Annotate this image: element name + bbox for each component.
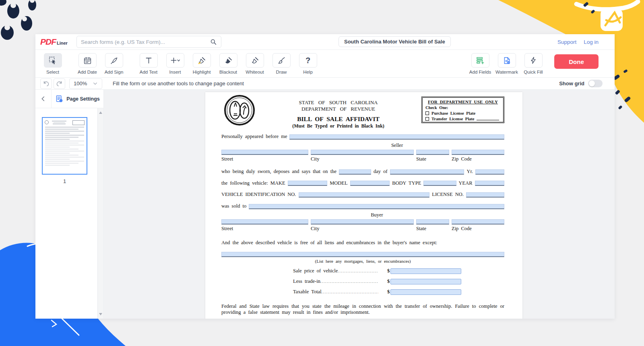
day-field[interactable] <box>339 169 371 175</box>
whiteout-button[interactable]: Whiteout <box>244 53 266 74</box>
select-tool-button[interactable]: Select <box>41 53 64 74</box>
insert-button[interactable]: Insert <box>164 53 186 74</box>
page-settings-label: Page Settings <box>66 96 100 102</box>
sale-price-field[interactable] <box>390 268 461 274</box>
leader-dots <box>320 279 378 284</box>
document-canvas[interactable]: STATE OF SOUTH CAROLINA DEPARTMENT OF RE… <box>104 90 615 319</box>
page-thumbnail-1[interactable] <box>42 117 87 175</box>
editor-hint-text: Fill the form or use another tools to ch… <box>113 80 244 86</box>
buyer-state-field[interactable] <box>416 219 449 224</box>
vin-label: VEHICLE IDENTIFICATION NO. <box>221 192 296 198</box>
buyer-name-field[interactable] <box>249 204 504 209</box>
month-field[interactable] <box>390 169 464 175</box>
pdfliner-logo[interactable]: PDF Liner <box>40 37 68 47</box>
draw-button[interactable]: Draw <box>270 53 293 74</box>
highlight-brush-icon <box>198 56 206 65</box>
search-bar[interactable] <box>76 36 221 48</box>
sold-to-label: was sold to <box>221 204 246 209</box>
day-of-label: day of <box>374 169 388 175</box>
highlight-button[interactable]: Highlight <box>190 53 213 74</box>
redo-button[interactable] <box>54 78 65 89</box>
liens-paragraph: And the above described vehicle is free … <box>221 240 504 246</box>
quick-fill-button[interactable]: Quick Fill <box>522 53 545 74</box>
seller-zip-field[interactable] <box>452 150 504 155</box>
draw-paintbrush-icon <box>277 56 286 65</box>
search-icon[interactable] <box>210 38 217 45</box>
login-link[interactable]: Log in <box>584 39 599 45</box>
buyer-zip-field[interactable] <box>452 219 504 224</box>
department-use-box: FOR DEPARTMENT USE ONLY Check One: Purch… <box>421 97 504 123</box>
federal-paragraph: Federal and State law requires that you … <box>221 303 504 315</box>
dollar-sign: $ <box>387 278 390 284</box>
purchase-plate-checkbox[interactable] <box>425 111 429 115</box>
make-field[interactable] <box>288 181 328 186</box>
search-input[interactable] <box>81 39 210 45</box>
document-page: STATE OF SOUTH CAROLINA DEPARTMENT OF RE… <box>205 92 522 319</box>
buyer-city-field[interactable] <box>311 219 414 224</box>
add-text-button[interactable]: Add Text <box>137 53 160 74</box>
dollar-sign: $ <box>387 289 390 295</box>
watermark-button[interactable]: Watermark <box>495 53 518 74</box>
buyer-state-label: State <box>416 226 449 232</box>
chevron-left-icon <box>40 96 46 102</box>
dollar-sign: $ <box>387 268 390 274</box>
taxable-total-label: Taxable Total <box>293 289 322 295</box>
sidebar-scrollbar[interactable] <box>97 108 103 319</box>
leader-dots <box>322 290 378 294</box>
support-link[interactable]: Support <box>557 39 576 45</box>
pages-sidebar: Page Settings 1 <box>35 90 104 319</box>
seller-street-field[interactable] <box>221 150 308 155</box>
purchase-plate-label: Purchase License Plate <box>431 111 475 115</box>
sidebar-collapse-button[interactable] <box>35 90 52 108</box>
thumb-dept-box <box>72 120 85 125</box>
signature-pen-icon <box>110 56 118 65</box>
blackout-brush-icon <box>224 56 233 65</box>
model-field[interactable] <box>350 181 390 186</box>
add-sign-button[interactable]: Add Sign <box>103 53 125 74</box>
model-label: MODEL <box>330 181 347 186</box>
main-toolbar: Select Add Date Add Sign <box>35 49 615 78</box>
year-field-sworn[interactable] <box>475 169 504 175</box>
buyer-zip-label: Zip Code <box>452 226 504 232</box>
done-button[interactable]: Done <box>554 54 599 69</box>
doc-subtitle: (Must Be Typed or Printed in Black Ink) <box>255 123 421 129</box>
thumb-seal <box>45 120 49 124</box>
zoom-level-select[interactable]: 100% <box>69 78 102 89</box>
seller-city-field[interactable] <box>311 150 414 155</box>
year-field[interactable] <box>475 181 504 186</box>
seller-state-field[interactable] <box>416 150 449 155</box>
trade-in-label: Less trade-in <box>293 278 320 284</box>
undo-button[interactable] <box>40 78 52 89</box>
license-field[interactable] <box>466 192 504 198</box>
thumbnail-page-number: 1 <box>42 178 87 184</box>
seller-street-label: Street <box>221 156 308 162</box>
transfer-plate-checkbox[interactable] <box>425 117 429 121</box>
document-title-pill[interactable]: South Carolina Motor Vehicle Bill of Sal… <box>339 36 451 47</box>
add-date-button[interactable]: Add Date <box>76 53 99 74</box>
yr-label: Yr. <box>466 169 473 175</box>
liens-note: (List here any mortgages, liens, or encu… <box>221 259 504 264</box>
taxable-total-field[interactable] <box>390 289 461 295</box>
vin-field[interactable] <box>299 192 430 198</box>
blackout-button[interactable]: Blackout <box>217 53 239 74</box>
trade-in-field[interactable] <box>390 279 461 284</box>
leader-dots <box>338 269 378 273</box>
chevron-down-icon <box>93 81 98 86</box>
help-button[interactable]: ? Help <box>297 53 319 74</box>
page-settings-tab[interactable]: Page Settings <box>52 90 103 108</box>
app-header: PDF Liner South Carolina Motor Vehicle B… <box>35 34 615 49</box>
appeared-field[interactable] <box>289 134 504 140</box>
zoom-value: 100% <box>74 80 87 86</box>
seller-state-label: State <box>416 156 449 162</box>
show-grid-toggle[interactable] <box>588 80 603 87</box>
seller-zip-label: Zip Code <box>452 156 504 162</box>
scroll-down-arrow[interactable] <box>99 313 102 315</box>
logo-pdf-text: PDF <box>40 37 56 47</box>
scroll-up-arrow[interactable] <box>99 111 102 114</box>
liens-field[interactable] <box>221 252 504 257</box>
buyer-street-field[interactable] <box>221 219 308 224</box>
body-type-field[interactable] <box>423 181 456 186</box>
buyer-label: Buyer <box>221 212 504 218</box>
add-fields-button[interactable]: Add Fields <box>469 53 491 74</box>
vehicle-make-label: the following vehicle: MAKE <box>221 181 285 186</box>
